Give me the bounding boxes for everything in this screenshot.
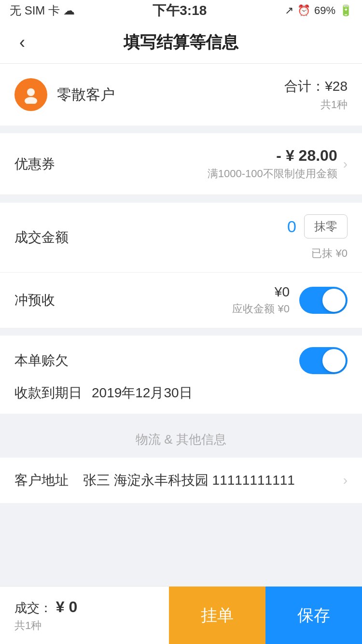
- chevron-right-icon: ›: [343, 156, 348, 172]
- back-button[interactable]: ‹: [14, 28, 30, 57]
- prepay-label: 冲预收: [14, 291, 72, 309]
- debt-section: 本单赊欠 收款到期日 2019年12月30日: [0, 336, 362, 414]
- status-time: 下午3:18: [153, 1, 207, 20]
- due-date-row: 收款到期日 2019年12月30日: [14, 384, 348, 402]
- content: 零散客户 合计：¥28 共1种 优惠券 - ¥ 28.00 满1000-100不…: [0, 64, 362, 574]
- total-count: 共1种: [284, 98, 348, 112]
- debt-toggle[interactable]: [299, 347, 348, 374]
- customer-right: 合计：¥28 共1种: [284, 77, 348, 112]
- coupon-section[interactable]: 优惠券 - ¥ 28.00 满1000-100不限制使用金额 ›: [0, 133, 362, 195]
- battery-icon: 🔋: [339, 4, 352, 17]
- coupon-right: - ¥ 28.00 满1000-100不限制使用金额 ›: [208, 147, 348, 181]
- address-row[interactable]: 客户地址 张三 海淀永丰科技园 11111111111 ›: [14, 471, 348, 490]
- save-button[interactable]: 保存: [265, 587, 362, 644]
- bottom-deal-amount: ¥ 0: [56, 598, 77, 616]
- deal-amount-row: 成交金额 0 抹零 已抹 ¥0: [0, 203, 362, 273]
- coupon-desc: 满1000-100不限制使用金额: [208, 167, 337, 181]
- address-value: 张三 海淀永丰科技园 11111111111: [83, 471, 329, 490]
- deal-section: 成交金额 0 抹零 已抹 ¥0 冲预收 ¥0 应收金额 ¥0: [0, 203, 362, 328]
- debt-row: 本单赊欠: [14, 347, 348, 374]
- round-zero-button[interactable]: 抹零: [304, 214, 348, 238]
- svg-point-1: [25, 97, 37, 104]
- logistics-label: 物流 & 其他信息: [136, 432, 226, 447]
- already-rounded-text: 已抹 ¥0: [311, 246, 348, 261]
- avatar: [14, 78, 47, 111]
- prepay-row: 冲预收 ¥0 应收金额 ¥0: [0, 273, 362, 328]
- coupon-label: 优惠券: [14, 155, 72, 173]
- hold-button[interactable]: 挂单: [169, 587, 265, 644]
- sim-status: 无 SIM 卡 ☁: [10, 3, 75, 18]
- svg-point-0: [27, 88, 35, 96]
- address-section[interactable]: 客户地址 张三 海淀永丰科技园 11111111111 ›: [0, 458, 362, 503]
- status-bar: 无 SIM 卡 ☁ 下午3:18 ↗ ⏰ 69% 🔋: [0, 0, 362, 21]
- coupon-info: - ¥ 28.00 满1000-100不限制使用金额: [208, 147, 337, 181]
- bottom-deal-row: 成交： ¥ 0: [14, 598, 154, 616]
- location-icon: ↗: [285, 4, 293, 17]
- coupon-row[interactable]: 优惠券 - ¥ 28.00 满1000-100不限制使用金额 ›: [0, 133, 362, 195]
- prepay-info: ¥0 应收金额 ¥0: [232, 284, 290, 316]
- nav-bar: ‹ 填写结算等信息: [0, 21, 362, 64]
- bottom-deal-label: 成交：: [14, 601, 52, 615]
- due-date-label: 收款到期日: [14, 384, 82, 402]
- debt-toggle-knob: [322, 349, 346, 372]
- status-right: ↗ ⏰ 69% 🔋: [285, 4, 352, 17]
- battery-level: 69%: [314, 4, 335, 17]
- address-chevron-icon: ›: [343, 473, 348, 488]
- deal-right: 0 抹零 已抹 ¥0: [287, 214, 348, 261]
- bottom-count: 共1种: [14, 618, 154, 633]
- address-label: 客户地址: [14, 471, 69, 490]
- logistics-divider: 物流 & 其他信息: [0, 421, 362, 458]
- alarm-icon: ⏰: [297, 4, 310, 17]
- deal-amount-label: 成交金额: [14, 228, 72, 247]
- page-title: 填写结算等信息: [124, 31, 238, 54]
- total-amount: 合计：¥28: [284, 77, 348, 96]
- status-left: 无 SIM 卡 ☁: [10, 3, 75, 18]
- customer-left: 零散客户: [14, 78, 115, 111]
- due-date-value: 2019年12月30日: [92, 384, 193, 402]
- prepay-right: ¥0 应收金额 ¥0: [232, 284, 348, 316]
- prepay-receivable: 应收金额 ¥0: [232, 302, 290, 316]
- customer-section: 零散客户 合计：¥28 共1种: [0, 64, 362, 126]
- toggle-knob: [322, 289, 346, 312]
- deal-amount-value: 0: [287, 217, 296, 236]
- bottom-summary: 成交： ¥ 0 共1种: [0, 598, 169, 633]
- bottom-bar: 成交： ¥ 0 共1种 挂单 保存: [0, 586, 362, 644]
- debt-label: 本单赊欠: [14, 351, 69, 370]
- prepay-toggle[interactable]: [299, 287, 348, 314]
- coupon-discount: - ¥ 28.00: [208, 147, 337, 165]
- prepay-amount: ¥0: [232, 284, 290, 300]
- deal-amount-controls: 0 抹零: [287, 214, 348, 238]
- customer-name: 零散客户: [57, 85, 115, 105]
